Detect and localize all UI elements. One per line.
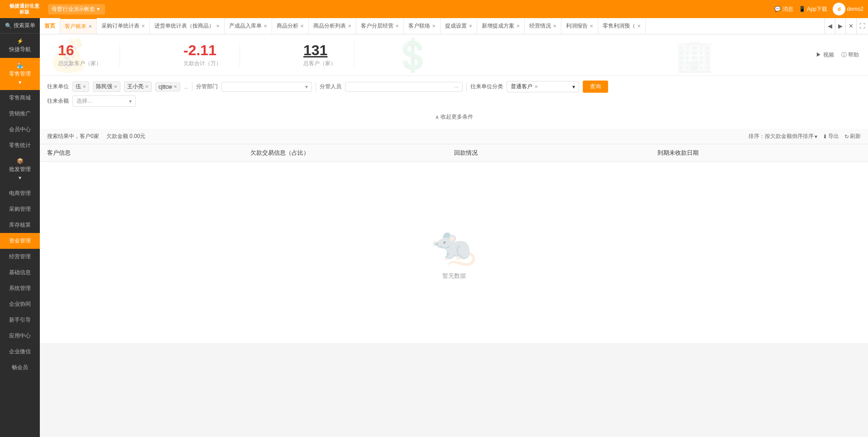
dept-filter-select[interactable]: ▾ bbox=[221, 82, 312, 92]
sidebar-item-ecommerce[interactable]: 电商管理 bbox=[0, 185, 40, 201]
sidebar-item-enterprise[interactable]: 企业协同 bbox=[0, 296, 40, 312]
tab-profit-report-close[interactable]: ✕ bbox=[590, 24, 593, 28]
sidebar-item-newbie[interactable]: 新手引导 bbox=[0, 312, 40, 328]
category-tag-close[interactable]: ✕ bbox=[534, 84, 538, 89]
tab-customer-contact-close[interactable]: ✕ bbox=[432, 24, 436, 28]
tab-commission-setting-close[interactable]: ✕ bbox=[469, 24, 472, 28]
tab-inbound-stats-close[interactable]: ✕ bbox=[216, 24, 220, 28]
quick-nav-icon: ⚡ bbox=[17, 38, 24, 44]
person-filter-select[interactable]: ··· bbox=[345, 82, 463, 92]
sidebar-item-inventory[interactable]: 库存核算 bbox=[0, 217, 40, 233]
sidebar-item-retail[interactable]: 🏪 零售管理 ▾ bbox=[0, 58, 40, 90]
sidebar-quick-nav[interactable]: ⚡ 快捷导航 bbox=[0, 33, 40, 58]
category-filter-select[interactable]: 普通客户 ✕ ▾ bbox=[507, 81, 579, 92]
tab-customer-tier-label: 客户分层经营 bbox=[361, 22, 393, 30]
tab-add-commission-close[interactable]: ✕ bbox=[516, 24, 520, 28]
export-label: 导出 bbox=[828, 133, 839, 140]
tab-scroll-right[interactable]: ▶ bbox=[835, 18, 845, 34]
sidebar-item-basic-info[interactable]: 基础信息 bbox=[0, 265, 40, 280]
person-more-icon: ··· bbox=[454, 84, 459, 90]
balance-filter-select[interactable]: 选择... ▾ bbox=[72, 95, 136, 107]
tab-business-situation[interactable]: 经营情况 ✕ bbox=[525, 18, 561, 34]
retail-icon: 🏪 bbox=[17, 62, 24, 69]
tab-purchase-stats[interactable]: 采购订单统计表 ✕ bbox=[97, 18, 150, 34]
top-bar-right: 💬 消息 📱 App下载 d demo2 bbox=[774, 3, 863, 15]
sidebar-item-finance[interactable]: 资金管理 bbox=[0, 233, 40, 249]
sidebar-item-vip[interactable]: 畅会员 bbox=[0, 360, 40, 375]
tab-product-inbound-close[interactable]: ✕ bbox=[264, 24, 267, 28]
sidebar-item-operation[interactable]: 经营管理 bbox=[0, 249, 40, 265]
query-button[interactable]: 查询 bbox=[583, 81, 608, 93]
user-menu-button[interactable]: d demo2 bbox=[833, 3, 863, 15]
tab-goods-analysis[interactable]: 商品分析 ✕ bbox=[272, 18, 309, 34]
tab-goods-analysis-list-close[interactable]: ✕ bbox=[348, 24, 351, 28]
tab-purchase-stats-close[interactable]: ✕ bbox=[141, 24, 145, 28]
tab-bar-actions: ◀ ▶ ✕ ⛶ bbox=[825, 18, 868, 34]
tab-customer-ledger-label: 客户账本 bbox=[65, 23, 86, 30]
tab-business-situation-close[interactable]: ✕ bbox=[553, 24, 556, 28]
tab-scroll-left[interactable]: ◀ bbox=[825, 18, 835, 34]
inventory-label: 库存核算 bbox=[9, 222, 31, 228]
expand-icon: ▾ bbox=[19, 175, 21, 181]
stat-label-debt: 欠款合计（万） bbox=[183, 60, 221, 67]
sort-button[interactable]: 排序：按欠款金额倒序排序 ▾ bbox=[748, 133, 817, 140]
tab-commission-setting[interactable]: 提成设置 ✕ bbox=[441, 18, 477, 34]
refresh-button[interactable]: ↻ 刷新 bbox=[844, 133, 861, 140]
tab-goods-analysis-close[interactable]: ✕ bbox=[300, 24, 304, 28]
ecommerce-label: 电商管理 bbox=[9, 190, 31, 196]
tab-inbound-stats[interactable]: 进货单统计表（按商品） ✕ bbox=[150, 18, 225, 34]
tab-customer-tier-close[interactable]: ✕ bbox=[395, 24, 399, 28]
tab-goods-analysis-list[interactable]: 商品分析列表 ✕ bbox=[309, 18, 356, 34]
person-filter-label: 分管人员 bbox=[320, 83, 341, 90]
newbie-label: 新手引导 bbox=[9, 317, 31, 323]
app-download-button[interactable]: 📱 App下载 bbox=[799, 5, 827, 13]
filter-tag-unit-close[interactable]: ✕ bbox=[82, 84, 86, 89]
sidebar-item-system[interactable]: 系统管理 bbox=[0, 280, 40, 296]
sidebar-item-retail-mall[interactable]: 零售商城 bbox=[0, 90, 40, 106]
tab-customer-ledger[interactable]: 客户账本 ✕ bbox=[60, 18, 97, 34]
filter-tag-cjttcw-close[interactable]: ✕ bbox=[173, 84, 177, 89]
sidebar-item-wholesale[interactable]: 📦 批发管理 ▾ bbox=[0, 153, 40, 185]
filter-tag-chen-close[interactable]: ✕ bbox=[114, 84, 117, 89]
tab-profit-report[interactable]: 利润报告 ✕ bbox=[561, 18, 598, 34]
tab-close-all[interactable]: ✕ bbox=[845, 18, 856, 34]
message-label: 消息 bbox=[782, 5, 793, 13]
tab-retail-profit-close[interactable]: ✕ bbox=[637, 24, 641, 28]
filter-row-1: 往来单位 伍 ✕ 陈民强 ✕ 王小亮 ✕ bbox=[47, 81, 861, 93]
stat-value-total: 131 bbox=[303, 42, 327, 59]
tab-product-inbound[interactable]: 产成品入库单 ✕ bbox=[225, 18, 272, 34]
collapse-button[interactable]: ∧ 收起更多条件 bbox=[432, 111, 477, 123]
stat-block-debt: -2.11 欠款合计（万） bbox=[174, 42, 240, 67]
logo-subtext: 标版 bbox=[19, 9, 29, 15]
video-button[interactable]: ▶ 视频 bbox=[816, 51, 834, 59]
sidebar-search-label: 搜索菜单 bbox=[14, 22, 35, 29]
tab-retail-profit[interactable]: 零售利润预（ ✕ bbox=[598, 18, 646, 34]
filter-tag-wang-close[interactable]: ✕ bbox=[145, 84, 149, 89]
tab-product-inbound-label: 产成品入库单 bbox=[229, 22, 262, 30]
tab-add-commission[interactable]: 新增提成方案 ✕ bbox=[477, 18, 525, 34]
unit-filter-label: 往来单位 bbox=[47, 83, 69, 90]
sidebar-item-app-center[interactable]: 应用中心 bbox=[0, 328, 40, 344]
tab-fullscreen[interactable]: ⛶ bbox=[856, 18, 868, 34]
sidebar-item-retail-stats[interactable]: 零售统计 bbox=[0, 138, 40, 153]
sidebar-item-purchase[interactable]: 采购管理 bbox=[0, 201, 40, 217]
sidebar-search[interactable]: 🔍 搜索菜单 bbox=[0, 18, 40, 33]
refresh-icon: ↻ bbox=[844, 133, 849, 140]
logo-text: 畅捷通好生意 bbox=[10, 3, 39, 9]
message-button[interactable]: 💬 消息 bbox=[774, 5, 793, 13]
sidebar-item-marketing[interactable]: 营销推广 bbox=[0, 106, 40, 122]
tab-customer-ledger-close[interactable]: ✕ bbox=[88, 24, 92, 29]
tab-customer-contact[interactable]: 客户联络 ✕ bbox=[404, 18, 441, 34]
operation-label: 经营管理 bbox=[9, 253, 31, 260]
tab-home[interactable]: 首页 bbox=[40, 18, 60, 34]
sidebar-item-member-center[interactable]: 会员中心 bbox=[0, 122, 40, 138]
export-button[interactable]: ⬇ 导出 bbox=[823, 133, 839, 140]
col-debt-info: 欠款交易信息（占比） bbox=[250, 149, 454, 157]
help-button[interactable]: ⓘ 帮助 bbox=[841, 51, 859, 59]
filter-more-tags[interactable]: ... bbox=[184, 84, 188, 90]
chevron-icon: ▾ bbox=[19, 79, 21, 86]
workspace-selector[interactable]: 母婴行业演示帐套 ▾ bbox=[44, 4, 774, 14]
col-overdue-date: 到期未收款日期 bbox=[657, 149, 861, 157]
tab-customer-tier[interactable]: 客户分层经营 ✕ bbox=[356, 18, 404, 34]
sidebar-item-wechat[interactable]: 企业微信 bbox=[0, 344, 40, 360]
